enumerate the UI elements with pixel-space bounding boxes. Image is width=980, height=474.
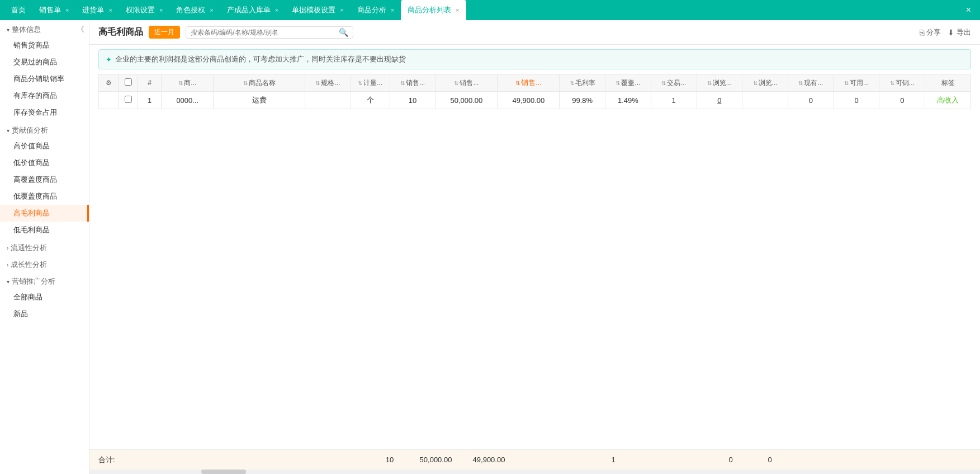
sidebar-group-contribution[interactable]: ▾ 贡献值分析 [0, 121, 89, 138]
col-views1[interactable]: ⇅浏览... [697, 74, 742, 92]
sidebar-item-low-coverage[interactable]: 低覆盖度商品 [0, 188, 89, 205]
col-sales-amt[interactable]: ⇅销售... [435, 74, 498, 92]
tab-analysis-list[interactable]: 商品分析列表 × [401, 0, 466, 20]
cell-settings [99, 92, 119, 109]
row-checkbox[interactable] [125, 96, 132, 103]
footer-views2 [672, 456, 711, 464]
tab-sales-close[interactable]: × [65, 7, 69, 13]
col-sales-qty[interactable]: ⇅销售... [390, 74, 435, 92]
tab-analysis[interactable]: 商品分析 × [351, 0, 401, 20]
cell-sales-amt: 50,000.00 [435, 92, 498, 109]
cell-views1: 0 [697, 92, 742, 109]
col-sellable[interactable]: ⇅可销... [879, 74, 925, 92]
sidebar-group-liquidity[interactable]: › 流通性分析 [0, 238, 89, 255]
tab-permission[interactable]: 权限设置 × [119, 0, 169, 20]
cell-views2 [742, 92, 788, 109]
sidebar-item-all-goods[interactable]: 全部商品 [0, 289, 89, 306]
tab-role-close[interactable]: × [210, 7, 213, 13]
cell-code: 0000... [162, 92, 214, 109]
export-button[interactable]: ⬇ 导出 [948, 27, 971, 37]
sidebar: 《 ▾ 整体信息 销售货商品 交易过的商品 商品分销助销率 有库存的商品 库存资… [0, 20, 89, 474]
sidebar-item-sales-goods[interactable]: 销售货商品 [0, 37, 89, 54]
tab-purchase[interactable]: 进货单 × [75, 0, 119, 20]
col-settings[interactable]: ⚙ [99, 74, 119, 92]
horizontal-scrollbar[interactable] [89, 470, 980, 474]
content-area: 高毛利商品 近一月 🔍 ⎘ 分享 ⬇ 导出 ✦ 企业的主要的利润都是这部分商品创… [89, 20, 980, 474]
sidebar-group-liquidity-arrow: › [7, 245, 8, 251]
sidebar-item-capital[interactable]: 库存资金占用 [0, 104, 89, 121]
export-icon: ⬇ [948, 28, 954, 37]
footer-sales-amt: 50,000.00 [409, 456, 462, 464]
col-name[interactable]: ⇅商品名称 [214, 74, 305, 92]
tab-analysis-close[interactable]: × [391, 7, 394, 13]
cell-sales-profit: 49,900.00 [498, 92, 560, 109]
sidebar-item-low-margin[interactable]: 低毛利商品 [0, 222, 89, 238]
sidebar-item-distribution[interactable]: 商品分销助销率 [0, 71, 89, 87]
cell-available: 0 [834, 92, 879, 109]
sidebar-group-marketing-arrow: ▾ [7, 279, 10, 285]
tab-product-warehouse[interactable]: 产成品入库单 × [220, 0, 285, 20]
col-gross-rate[interactable]: ⇅毛利率 [560, 74, 605, 92]
sidebar-group-growth-arrow: › [7, 262, 8, 268]
tab-template-close[interactable]: × [340, 7, 343, 13]
footer-cells: 10 50,000.00 49,900.00 1 0 0 [121, 456, 971, 464]
footer-available: 0 [750, 456, 789, 464]
sidebar-item-instock[interactable]: 有库存的商品 [0, 87, 89, 104]
info-banner: ✦ 企业的主要的利润都是这部分商品创造的，可考虑加大推广，同时关注库存是不要出现… [98, 49, 971, 69]
sidebar-item-high-value[interactable]: 高价值商品 [0, 138, 89, 154]
footer-bar: 合计: 10 50,000.00 49,900.00 1 0 0 [89, 449, 980, 470]
sidebar-group-growth[interactable]: › 成长性分析 [0, 255, 89, 272]
tab-product-warehouse-close[interactable]: × [275, 7, 278, 13]
footer-tag [828, 456, 868, 464]
filter-month-button[interactable]: 近一月 [149, 26, 180, 39]
tab-home[interactable]: 首页 [4, 0, 32, 20]
search-icon[interactable]: 🔍 [339, 28, 348, 37]
col-views2[interactable]: ⇅浏览... [742, 74, 788, 92]
col-available[interactable]: ⇅可用... [834, 74, 879, 92]
tab-role[interactable]: 角色授权 × [169, 0, 220, 20]
footer-views1 [633, 456, 672, 464]
sidebar-item-low-value[interactable]: 低价值商品 [0, 154, 89, 171]
sidebar-group-marketing[interactable]: ▾ 营销推广分析 [0, 272, 89, 289]
scrollbar-thumb[interactable] [201, 470, 246, 474]
main-layout: 《 ▾ 整体信息 销售货商品 交易过的商品 商品分销助销率 有库存的商品 库存资… [0, 20, 980, 474]
footer-current: 0 [711, 456, 750, 464]
col-checkbox[interactable] [119, 74, 138, 92]
cell-name: 运费 [214, 92, 305, 109]
sidebar-item-traded[interactable]: 交易过的商品 [0, 54, 89, 71]
table-container[interactable]: ⚙ # ⇅商... ⇅商品名称 ⇅规格... ⇅计量... ⇅销售... ⇅销售… [89, 74, 980, 449]
tab-analysis-list-close[interactable]: × [456, 7, 459, 13]
cell-num: 1 [138, 92, 162, 109]
col-transactions[interactable]: ⇅交易... [651, 74, 697, 92]
select-all-checkbox[interactable] [125, 78, 132, 86]
info-icon: ✦ [106, 55, 112, 64]
sidebar-item-high-coverage[interactable]: 高覆盖度商品 [0, 171, 89, 188]
cell-checkbox[interactable] [119, 92, 138, 109]
tab-purchase-close[interactable]: × [108, 7, 112, 13]
close-all-button[interactable]: × [962, 5, 976, 15]
tab-template[interactable]: 单据模板设置 × [285, 0, 350, 20]
sidebar-group-overall[interactable]: ▾ 整体信息 [0, 20, 89, 37]
col-spec[interactable]: ⇅规格... [305, 74, 351, 92]
sidebar-item-high-margin[interactable]: 高毛利商品 [0, 205, 89, 222]
col-code[interactable]: ⇅商... [162, 74, 214, 92]
cell-current: 0 [788, 92, 834, 109]
share-button[interactable]: ⎘ 分享 [920, 27, 941, 37]
col-coverage[interactable]: ⇅覆盖... [605, 74, 651, 92]
col-unit[interactable]: ⇅计量... [351, 74, 390, 92]
sidebar-collapse-button[interactable]: 《 [77, 25, 84, 35]
search-input[interactable] [191, 29, 337, 36]
tab-sales[interactable]: 销售单 × [32, 0, 75, 20]
search-box: 🔍 [186, 26, 353, 39]
col-sales-profit[interactable]: ⇅销售... [498, 74, 560, 92]
sidebar-item-new-goods[interactable]: 新品 [0, 306, 89, 322]
tab-permission-close[interactable]: × [159, 7, 163, 13]
cell-unit: 个 [351, 92, 390, 109]
share-icon: ⎘ [920, 28, 924, 37]
table-header-row: ⚙ # ⇅商... ⇅商品名称 ⇅规格... ⇅计量... ⇅销售... ⇅销售… [99, 74, 971, 92]
footer-sales-profit: 49,900.00 [462, 456, 515, 464]
footer-coverage [555, 456, 594, 464]
top-nav: 首页 销售单 × 进货单 × 权限设置 × 角色授权 × 产成品入库单 × 单据… [0, 0, 980, 20]
col-current[interactable]: ⇅现有... [788, 74, 834, 92]
cell-sellable: 0 [879, 92, 925, 109]
